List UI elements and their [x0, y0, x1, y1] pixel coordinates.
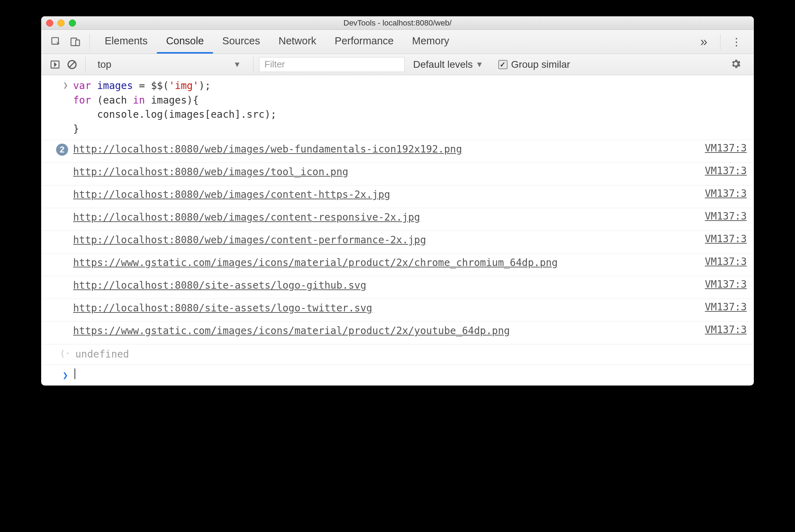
tab-memory[interactable]: Memory: [403, 30, 459, 54]
console-toolbar: top ▼ Default levels ▼ ✓ Group similar: [41, 54, 754, 75]
log-url-link[interactable]: https://www.gstatic.com/images/icons/mat…: [73, 324, 510, 338]
separator: [253, 57, 253, 72]
console-log-entry: 2http://localhost:8080/web/images/web-fu…: [41, 140, 754, 163]
tab-performance[interactable]: Performance: [325, 30, 403, 54]
console-log-entry: http://localhost:8080/web/images/content…: [41, 185, 754, 208]
panel-tabs: ElementsConsoleSourcesNetworkPerformance…: [41, 30, 754, 54]
log-source-link[interactable]: VM137:3: [694, 210, 747, 222]
checkbox-icon: ✓: [498, 60, 508, 69]
prompt-chevron-icon: ❯: [62, 370, 68, 381]
tab-network[interactable]: Network: [269, 30, 325, 54]
context-label: top: [98, 59, 111, 70]
minimize-window-button[interactable]: [57, 20, 65, 27]
log-source-link[interactable]: VM137:3: [694, 278, 747, 290]
log-url-link[interactable]: http://localhost:8080/web/images/content…: [73, 210, 420, 225]
undefined-value: undefined: [75, 347, 129, 362]
group-similar-checkbox[interactable]: ✓ Group similar: [492, 59, 573, 70]
group-similar-label: Group similar: [511, 59, 570, 70]
levels-label: Default levels: [413, 59, 473, 70]
svg-line-5: [70, 62, 75, 67]
code-block: var images = $$('img'); for (each in ima…: [73, 79, 276, 136]
execution-context-selector[interactable]: top ▼: [91, 57, 247, 72]
console-log-entry: https://www.gstatic.com/images/icons/mat…: [41, 322, 754, 344]
log-url-link[interactable]: https://www.gstatic.com/images/icons/mat…: [73, 256, 558, 270]
console-result-entry: ⟨· undefined: [41, 344, 754, 365]
filter-input[interactable]: [259, 57, 405, 72]
tab-sources[interactable]: Sources: [213, 30, 269, 54]
console-log-entry: http://localhost:8080/site-assets/logo-t…: [41, 299, 754, 322]
message-count-badge: 2: [56, 144, 68, 156]
text-cursor: [75, 368, 75, 379]
traffic-lights: [46, 20, 76, 27]
log-levels-selector[interactable]: Default levels ▼: [407, 59, 490, 70]
log-source-link[interactable]: VM137:3: [694, 188, 747, 199]
log-url-link[interactable]: http://localhost:8080/web/images/web-fun…: [73, 142, 462, 157]
console-body: ❯ var images = $$('img'); for (each in i…: [41, 75, 754, 386]
inspect-element-icon[interactable]: [48, 33, 65, 50]
tab-elements[interactable]: Elements: [95, 30, 157, 54]
chevron-down-icon: ▼: [233, 60, 241, 69]
clear-console-icon[interactable]: [65, 57, 80, 72]
log-url-link[interactable]: http://localhost:8080/web/images/content…: [73, 233, 426, 248]
chevron-down-icon: ▼: [476, 60, 483, 69]
tabs-overflow-button[interactable]: »: [693, 34, 714, 49]
console-prompt[interactable]: ❯: [41, 365, 754, 386]
separator: [85, 57, 86, 72]
toggle-sidebar-icon[interactable]: [48, 57, 62, 72]
console-log-entry: http://localhost:8080/web/images/content…: [41, 208, 754, 231]
close-window-button[interactable]: [46, 20, 53, 27]
log-url-link[interactable]: http://localhost:8080/site-assets/logo-t…: [73, 301, 372, 316]
console-log-entry: http://localhost:8080/web/images/content…: [41, 231, 754, 254]
log-source-link[interactable]: VM137:3: [694, 165, 747, 177]
svg-rect-2: [76, 40, 80, 45]
log-url-link[interactable]: http://localhost:8080/web/images/tool_ic…: [73, 165, 348, 179]
log-source-link[interactable]: VM137:3: [694, 142, 747, 154]
device-toolbar-icon[interactable]: [67, 33, 84, 50]
zoom-window-button[interactable]: [69, 20, 76, 27]
log-url-link[interactable]: http://localhost:8080/site-assets/logo-g…: [73, 278, 366, 293]
input-chevron-icon: ❯: [63, 80, 68, 90]
tab-console[interactable]: Console: [157, 30, 213, 54]
log-url-link[interactable]: http://localhost:8080/web/images/content…: [73, 188, 390, 202]
log-source-link[interactable]: VM137:3: [694, 324, 747, 336]
window-title: DevTools - localhost:8080/web/: [41, 18, 754, 28]
titlebar: DevTools - localhost:8080/web/: [41, 16, 754, 30]
console-log-entry: http://localhost:8080/site-assets/logo-g…: [41, 276, 754, 299]
console-log-entry: http://localhost:8080/web/images/tool_ic…: [41, 163, 754, 185]
separator: [720, 34, 720, 50]
console-log-entry: https://www.gstatic.com/images/icons/mat…: [41, 254, 754, 276]
log-source-link[interactable]: VM137:3: [694, 301, 747, 313]
console-input-entry: ❯ var images = $$('img'); for (each in i…: [41, 75, 754, 140]
log-source-link[interactable]: VM137:3: [694, 256, 747, 267]
log-source-link[interactable]: VM137:3: [694, 233, 747, 245]
devtools-window: DevTools - localhost:8080/web/ ElementsC…: [41, 16, 754, 386]
output-chevron-icon: ⟨·: [60, 349, 70, 359]
console-settings-icon[interactable]: [724, 58, 747, 71]
separator: [89, 34, 90, 50]
more-options-button[interactable]: ⋮: [726, 35, 747, 48]
